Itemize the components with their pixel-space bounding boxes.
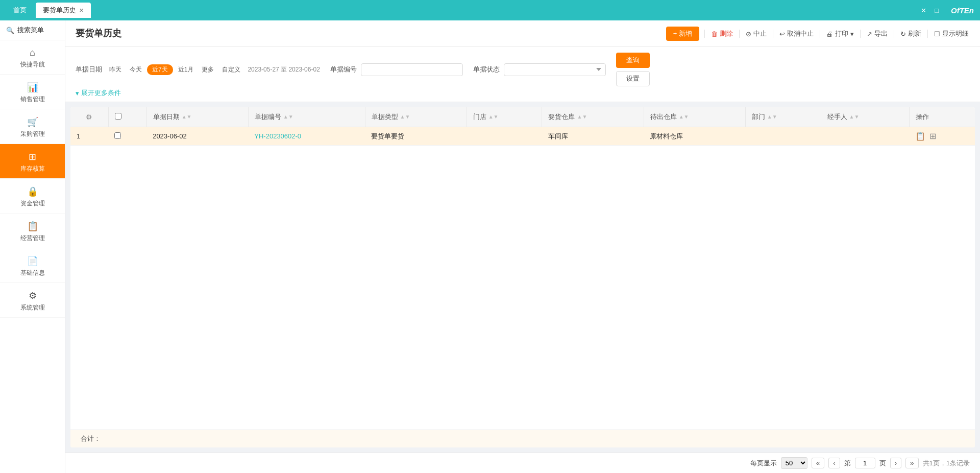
- tab-home[interactable]: 首页: [6, 3, 34, 18]
- window-maximize-button[interactable]: □: [935, 7, 939, 14]
- sidebar-item-sales[interactable]: 📊 销售管理: [0, 75, 65, 109]
- refresh-button[interactable]: ↻ 刷新: [899, 27, 922, 40]
- prev-page-button[interactable]: ‹: [828, 458, 840, 468]
- last-page-button[interactable]: »: [905, 458, 918, 468]
- sidebar-item-inventory[interactable]: ⊞ 库存核算: [0, 144, 65, 179]
- date-field: 单据日期 昨天 今天 近7天 近1月 更多 自定义 2023-05-27 至 2…: [76, 64, 320, 75]
- row-handler: [821, 127, 909, 146]
- filter-more[interactable]: 更多: [199, 64, 217, 75]
- filter-last1month[interactable]: 近1月: [175, 64, 197, 75]
- sidebar-search[interactable]: 🔍 搜索菜单: [0, 20, 65, 40]
- sidebar: 🔍 搜索菜单 ⌂ 快捷导航 📊 销售管理 🛒 采购管理 ⊞ 库存核算 🔒 资: [0, 20, 65, 473]
- export-label: 导出: [874, 29, 888, 38]
- data-table: ⚙ 单据日期 ▲▼: [70, 107, 975, 146]
- export-button[interactable]: ↗ 导出: [866, 27, 889, 40]
- window-close-button[interactable]: ✕: [921, 7, 926, 14]
- stop-button[interactable]: ⊘ 中止: [745, 27, 768, 40]
- sort-date-icon[interactable]: ▲▼: [182, 114, 192, 120]
- page-title: 要货单历史: [76, 27, 121, 45]
- date-label: 单据日期: [76, 65, 102, 74]
- delete-button[interactable]: 🗑 删除: [710, 27, 734, 40]
- delete-label: 删除: [720, 29, 733, 38]
- page-size-select[interactable]: 50 20 100 200: [781, 457, 807, 469]
- sort-pending-warehouse-icon[interactable]: ▲▼: [679, 114, 689, 120]
- expand-filters[interactable]: ▾ 展开更多条件: [76, 88, 970, 98]
- row-pending-warehouse: 原材料仓库: [644, 127, 745, 146]
- col-settings: ⚙: [70, 107, 108, 127]
- select-all-checkbox[interactable]: [115, 113, 121, 120]
- toolbar-divider-3: [773, 30, 773, 38]
- query-button[interactable]: 查询: [616, 53, 650, 68]
- sort-handler-icon[interactable]: ▲▼: [849, 114, 860, 120]
- brand-label: OfTEn: [951, 6, 974, 15]
- col-department-header: 部门 ▲▼: [745, 107, 821, 127]
- bill-no-input[interactable]: [361, 63, 463, 76]
- page-input-prefix: 第: [844, 459, 851, 468]
- bill-no-link[interactable]: YH-20230602-0: [254, 132, 301, 140]
- toolbar-divider-7: [927, 30, 928, 38]
- sidebar-item-system[interactable]: ⚙ 系统管理: [0, 283, 65, 318]
- sidebar-item-basic[interactable]: 📄 基础信息: [0, 248, 65, 283]
- expand-icon: ▾: [76, 89, 79, 97]
- delete-icon: 🗑: [711, 30, 718, 38]
- checkbox-icon: ☐: [934, 30, 940, 38]
- row-index: 1: [70, 127, 108, 146]
- sidebar-item-home[interactable]: ⌂ 快捷导航: [0, 40, 65, 75]
- print-button[interactable]: 🖨 打印 ▾: [825, 27, 855, 40]
- bill-no-label: 单据编号: [330, 65, 357, 74]
- search-buttons: 查询 设置: [616, 53, 650, 86]
- row-checkbox-cell: [108, 127, 146, 146]
- table-row: 1 2023-06-02 YH-20230602-0 要货单要货: [70, 127, 975, 146]
- page-size-label: 每页显示: [750, 459, 777, 468]
- status-label: 单据状态: [473, 65, 500, 74]
- sidebar-item-basic-label: 基础信息: [20, 269, 45, 277]
- cancel-stop-button[interactable]: ↩ 取消中止: [778, 27, 815, 40]
- home-icon: ⌂: [30, 48, 35, 58]
- print-icon: 🖨: [826, 30, 833, 38]
- row-actions: 📋 ⊞: [909, 127, 975, 146]
- row-edit-icon[interactable]: 📋: [915, 131, 925, 141]
- purchase-icon: 🛒: [27, 116, 38, 128]
- filter-custom[interactable]: 自定义: [219, 64, 243, 75]
- refresh-label: 刷新: [908, 29, 921, 38]
- new-button[interactable]: + 新增: [666, 27, 699, 41]
- table-area: ⚙ 单据日期 ▲▼: [70, 107, 975, 447]
- sidebar-item-home-label: 快捷导航: [20, 60, 45, 69]
- close-tab-icon[interactable]: ✕: [79, 7, 84, 14]
- sidebar-item-finance-label: 资金管理: [20, 199, 45, 208]
- display-detail-toggle[interactable]: ☐ 显示明细: [933, 27, 970, 40]
- sidebar-item-purchase[interactable]: 🛒 采购管理: [0, 109, 65, 144]
- row-checkbox[interactable]: [114, 132, 121, 139]
- page-number-input[interactable]: [855, 458, 875, 468]
- stop-label: 中止: [753, 29, 767, 38]
- expand-label: 展开更多条件: [81, 88, 121, 98]
- filter-last7days[interactable]: 近7天: [147, 64, 173, 75]
- toolbar-divider-2: [739, 30, 740, 38]
- first-page-button[interactable]: «: [812, 458, 824, 468]
- stop-icon: ⊘: [746, 30, 751, 38]
- sort-bill-no-icon[interactable]: ▲▼: [283, 114, 293, 120]
- status-select[interactable]: [504, 63, 606, 76]
- print-label: 打印: [835, 29, 848, 38]
- refresh-icon: ↻: [900, 30, 906, 38]
- row-department: [745, 127, 821, 146]
- tab-requisition-history[interactable]: 要货单历史 ✕: [36, 3, 91, 18]
- sort-bill-type-icon[interactable]: ▲▼: [400, 114, 410, 120]
- column-settings-icon[interactable]: ⚙: [86, 113, 92, 121]
- sort-store-icon[interactable]: ▲▼: [488, 114, 499, 120]
- filter-today[interactable]: 今天: [127, 64, 145, 75]
- sidebar-item-finance[interactable]: 🔒 资金管理: [0, 179, 65, 214]
- sort-department-icon[interactable]: ▲▼: [767, 114, 777, 120]
- page-header: 要货单历史 + 新增 🗑 删除 ⊘ 中止 ↩: [65, 20, 980, 46]
- system-icon: ⚙: [29, 290, 37, 301]
- row-more-icon[interactable]: ⊞: [929, 131, 936, 141]
- date-filters: 昨天 今天 近7天 近1月 更多 自定义: [106, 64, 243, 75]
- row-bill-type: 要货单要货: [365, 127, 467, 146]
- main-content: 要货单历史 + 新增 🗑 删除 ⊘ 中止 ↩: [65, 20, 980, 473]
- inventory-icon: ⊞: [29, 151, 36, 162]
- sidebar-item-operations[interactable]: 📋 经营管理: [0, 214, 65, 248]
- sort-req-warehouse-icon[interactable]: ▲▼: [577, 114, 587, 120]
- setting-button[interactable]: 设置: [616, 71, 650, 86]
- filter-yesterday[interactable]: 昨天: [106, 64, 125, 75]
- next-page-button[interactable]: ›: [890, 458, 901, 468]
